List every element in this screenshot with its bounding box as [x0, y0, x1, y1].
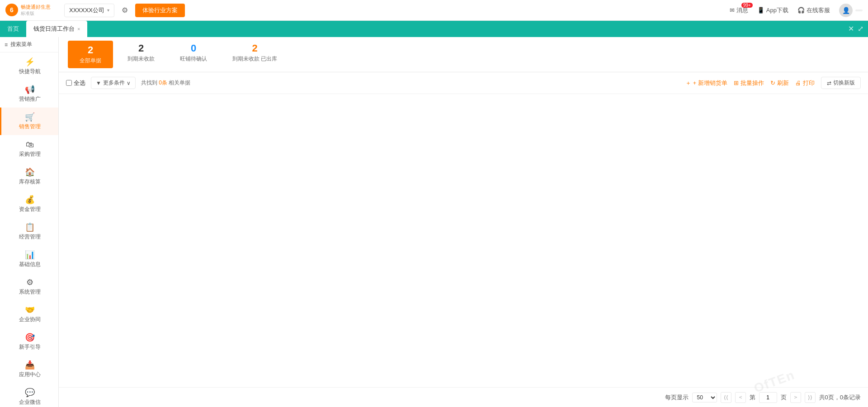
sidebar-item-marketing[interactable]: 📢 营销推广	[0, 80, 58, 108]
logo-area: 6 畅捷通好生意 标准版	[5, 4, 64, 16]
stat-overdue-label: 到期未收款	[127, 55, 155, 63]
sidebar-item-base-info[interactable]: 📊 基础信息	[0, 245, 58, 273]
stat-tabs: 2 全部单据 2 到期未收款 0 旺铺待确认 2 到期未收款 已出库	[59, 37, 868, 72]
refresh-label: 刷新	[777, 79, 789, 87]
tab-workbench-label: 钱货日清工作台	[33, 25, 75, 33]
toolbar: 全选 ▼ 更多条件 ∨ 共找到 0条 相关单据 ＋ + 新增销货单 ⊞	[59, 72, 868, 94]
logo-icon: 6	[5, 4, 18, 16]
switch-version-button[interactable]: ⇄ 切换新版	[821, 77, 861, 89]
search-menu-label: 搜索菜单	[10, 41, 32, 48]
page-next-button[interactable]: ＞	[790, 392, 801, 403]
stat-overdue-num: 2	[138, 42, 144, 54]
inventory-icon: 🏠	[25, 168, 35, 176]
sidebar-item-label: 企业协同	[19, 316, 41, 323]
settings-button[interactable]: ⚙	[118, 4, 132, 17]
stat-tab-pending[interactable]: 0 旺铺待确认	[167, 37, 220, 72]
sidebar-item-app-center[interactable]: 📥 应用中心	[0, 356, 58, 383]
more-filter-button[interactable]: ▼ 更多条件 ∨	[91, 77, 136, 89]
stat-tab-all[interactable]: 2 全部单据	[68, 41, 113, 68]
logo-text: 畅捷通好生意	[21, 4, 51, 10]
sidebar-item-label: 系统管理	[19, 288, 41, 296]
print-icon: 🖨	[795, 80, 801, 86]
switch-label: 切换新版	[833, 79, 855, 87]
finance-icon: 💰	[25, 196, 35, 204]
avatar-area[interactable]: 👤	[839, 4, 863, 17]
sidebar-item-finance[interactable]: 💰 资金管理	[0, 190, 58, 218]
tab-workbench[interactable]: 钱货日清工作台 ×	[26, 21, 87, 37]
window-maximize-icon[interactable]: ⤢	[858, 25, 863, 33]
add-order-button[interactable]: ＋ + 新增销货单	[685, 79, 727, 87]
stat-shipped-label: 到期未收款 已出库	[232, 55, 277, 63]
menu-icon: ≡	[5, 42, 8, 48]
found-prefix: 共找到	[141, 80, 157, 86]
switch-icon: ⇄	[827, 80, 831, 86]
nav-tabs: 首页 钱货日清工作台 × ✕ ⤢	[0, 21, 868, 37]
window-close-icon[interactable]: ✕	[848, 25, 854, 33]
sidebar-item-label: 新手引导	[19, 343, 41, 351]
company-name: XXXXXX公司	[69, 6, 104, 14]
message-button[interactable]: ✉ 消息 99+	[730, 6, 748, 14]
sidebar-item-label: 采购管理	[19, 150, 41, 158]
sidebar-item-sales[interactable]: 🛒 销售管理	[0, 108, 58, 135]
page-prev-button[interactable]: ＜	[735, 392, 746, 403]
sidebar-item-inventory[interactable]: 🏠 库存核算	[0, 163, 58, 190]
quick-nav-icon: ⚡	[25, 58, 35, 66]
sidebar-item-label: 资金管理	[19, 206, 41, 213]
message-icon: ✉	[730, 7, 735, 14]
toolbar-right: ＋ + 新增销货单 ⊞ 批量操作 ↻ 刷新 🖨 打印 ⇄ 切换新版	[685, 77, 861, 89]
stat-pending-num: 0	[191, 42, 196, 54]
sidebar-item-label: 库存核算	[19, 178, 41, 186]
sidebar-item-operations[interactable]: 📋 经营管理	[0, 218, 58, 245]
page-first-button[interactable]: ⟨⟨	[721, 392, 731, 403]
select-all-checkbox[interactable]: 全选	[66, 79, 85, 87]
sidebar-item-weixin[interactable]: 💬 企业微信	[0, 383, 58, 407]
app-download-button[interactable]: 📱 App下载	[757, 6, 788, 14]
logo-tag: 标准版	[21, 10, 51, 17]
top-right-area: ✉ 消息 99+ 📱 App下载 🎧 在线客服 👤	[730, 4, 863, 17]
trial-button[interactable]: 体验行业方案	[135, 4, 185, 17]
select-all-input[interactable]	[66, 80, 72, 86]
tab-home[interactable]: 首页	[0, 21, 26, 37]
phone-icon: 📱	[757, 7, 764, 14]
table-area	[59, 94, 868, 387]
found-count: 0条	[159, 80, 167, 86]
per-page-select[interactable]: 50 20 100	[692, 393, 717, 402]
sidebar: ≡ 搜索菜单 ⚡ 快捷导航 📢 营销推广 🛒 销售管理 🛍 采购管理 🏠 库存核…	[0, 37, 59, 407]
page-input[interactable]	[759, 392, 777, 403]
print-button[interactable]: 🖨 打印	[795, 79, 815, 87]
sidebar-item-guide[interactable]: 🎯 新手引导	[0, 328, 58, 356]
base-info-icon: 📊	[25, 251, 35, 259]
stat-tab-shipped[interactable]: 2 到期未收款 已出库	[220, 37, 290, 72]
sidebar-item-label: 销售管理	[19, 123, 41, 131]
top-bar: 6 畅捷通好生意 标准版 XXXXXX公司 ▾ ⚙ 体验行业方案 ✉ 消息 99…	[0, 0, 868, 21]
chevron-down-icon: ▾	[107, 8, 109, 13]
add-btn-label: + 新增销货单	[693, 79, 727, 87]
weixin-icon: 💬	[25, 388, 35, 397]
batch-operation-button[interactable]: ⊞ 批量操作	[734, 79, 764, 87]
nav-tabs-right: ✕ ⤢	[848, 25, 868, 33]
main-content: 2 全部单据 2 到期未收款 0 旺铺待确认 2 到期未收款 已出库 全选	[59, 37, 868, 407]
refresh-button[interactable]: ↻ 刷新	[770, 79, 789, 87]
page-last-button[interactable]: ⟩⟩	[805, 392, 816, 403]
company-selector[interactable]: XXXXXX公司 ▾	[64, 4, 114, 17]
stat-pending-label: 旺铺待确认	[180, 55, 207, 63]
empty-state	[59, 94, 868, 387]
sidebar-item-system[interactable]: ⚙ 系统管理	[0, 273, 58, 300]
headset-icon: 🎧	[797, 7, 805, 14]
online-service-button[interactable]: 🎧 在线客服	[797, 6, 830, 14]
chevron-icon: ∨	[127, 80, 131, 86]
avatar: 👤	[839, 4, 853, 17]
per-page-label: 每页显示	[665, 393, 689, 402]
pagination: 每页显示 50 20 100 ⟨⟨ ＜ 第 页 ＞ ⟩⟩ 共0页，0条记录	[59, 387, 868, 407]
sidebar-item-cooperation[interactable]: 🤝 企业协同	[0, 300, 58, 328]
tab-close-icon[interactable]: ×	[77, 26, 80, 32]
cooperation-icon: 🤝	[25, 306, 35, 314]
sidebar-item-label: 基础信息	[19, 261, 41, 268]
refresh-icon: ↻	[770, 80, 775, 86]
stat-tab-overdue[interactable]: 2 到期未收款	[115, 37, 167, 72]
sidebar-item-quick-nav[interactable]: ⚡ 快捷导航	[0, 52, 58, 80]
sidebar-item-label: 营销推广	[19, 95, 41, 103]
search-menu-button[interactable]: ≡ 搜索菜单	[0, 37, 58, 52]
sidebar-item-purchase[interactable]: 🛍 采购管理	[0, 135, 58, 163]
more-filter-label: 更多条件	[103, 79, 125, 87]
